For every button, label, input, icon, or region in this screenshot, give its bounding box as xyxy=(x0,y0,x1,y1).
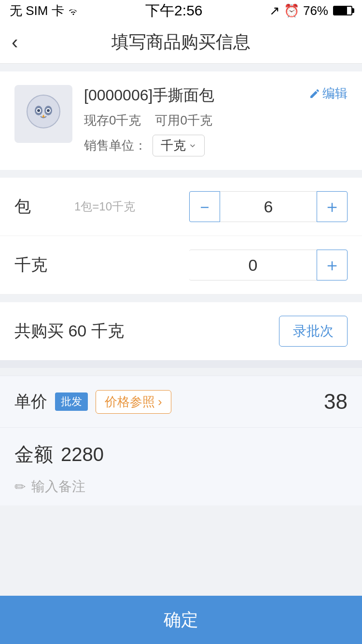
confirm-button-label: 确定 xyxy=(164,608,198,632)
location-icon: ↗ xyxy=(269,3,280,18)
status-right: ↗ ⏰ 76% xyxy=(269,3,352,18)
page-title: 填写商品购买信息 xyxy=(111,30,251,54)
price-value: 38 xyxy=(324,390,348,414)
price-row: 单价 批发 价格参照 › 38 xyxy=(14,390,348,414)
price-left: 单价 批发 价格参照 › xyxy=(14,390,171,414)
svg-point-6 xyxy=(47,109,50,112)
package-label: 包 xyxy=(14,196,69,218)
kg-plus-button[interactable]: ＋ xyxy=(317,250,348,280)
product-info: [0000006]手撕面包 编辑 现存0千克 可用0千克 销售单位： 千克 xyxy=(84,85,348,156)
product-card: [0000006]手撕面包 编辑 现存0千克 可用0千克 销售单位： 千克 xyxy=(0,71,362,170)
kg-quantity-input[interactable] xyxy=(189,250,317,280)
carrier-label: 无 SIM 卡 xyxy=(10,2,64,19)
batch-button[interactable]: 录批次 xyxy=(279,316,348,347)
status-bar: 无 SIM 卡 下午2:56 ↗ ⏰ 76% xyxy=(0,0,362,21)
edit-button[interactable]: 编辑 xyxy=(309,85,348,102)
amount-label: 金额 xyxy=(14,441,53,468)
product-owl-icon xyxy=(26,94,61,134)
quantity-section: 包 1包=10千克 － ＋ 千克 ＋ xyxy=(0,178,362,294)
status-time: 下午2:56 xyxy=(145,1,202,21)
total-section: 共购买 60 千克 录批次 xyxy=(0,302,362,360)
battery-icon xyxy=(333,6,352,15)
remark-row[interactable]: ✏ 输入备注 xyxy=(14,477,348,496)
remark-text: 输入备注 xyxy=(31,477,85,496)
back-button[interactable]: ‹ xyxy=(12,31,18,53)
price-tag: 批发 xyxy=(55,392,88,411)
price-label: 单价 xyxy=(14,391,47,413)
amount-row: 金额 2280 xyxy=(14,441,348,468)
status-left: 无 SIM 卡 xyxy=(10,2,79,19)
package-plus-button[interactable]: ＋ xyxy=(317,191,348,222)
package-quantity-controls: － ＋ xyxy=(189,191,348,222)
kg-label: 千克 xyxy=(14,254,102,276)
amount-value: 2280 xyxy=(61,444,104,465)
battery-percentage: 76% xyxy=(303,3,328,18)
price-reference-button[interactable]: 价格参照 › xyxy=(96,390,171,414)
nav-bar: ‹ 填写商品购买信息 xyxy=(0,21,362,64)
svg-point-0 xyxy=(27,95,60,128)
package-quantity-input[interactable] xyxy=(220,191,317,222)
package-row: 包 1包=10千克 － ＋ xyxy=(0,178,362,236)
separator-1 xyxy=(0,360,362,368)
product-name: [0000006]手撕面包 xyxy=(84,85,214,106)
unit-selector[interactable]: 千克 xyxy=(153,135,205,156)
remark-icon: ✏ xyxy=(14,479,26,495)
product-stock: 现存0千克 可用0千克 xyxy=(84,112,348,129)
kg-row: 千克 ＋ xyxy=(0,236,362,294)
package-hint: 1包=10千克 xyxy=(74,199,135,214)
svg-point-5 xyxy=(37,109,40,112)
total-label: 共购买 60 千克 xyxy=(14,320,124,342)
product-image xyxy=(14,85,72,143)
package-minus-button[interactable]: － xyxy=(189,191,220,222)
confirm-bar[interactable]: 确定 xyxy=(0,596,362,644)
wifi-icon xyxy=(68,3,79,18)
alarm-icon: ⏰ xyxy=(284,3,299,18)
product-unit-row: 销售单位： 千克 xyxy=(84,135,348,156)
price-section: 单价 批发 价格参照 › 38 xyxy=(0,376,362,427)
kg-quantity-controls: ＋ xyxy=(189,250,348,280)
amount-section: 金额 2280 ✏ 输入备注 xyxy=(0,427,362,505)
